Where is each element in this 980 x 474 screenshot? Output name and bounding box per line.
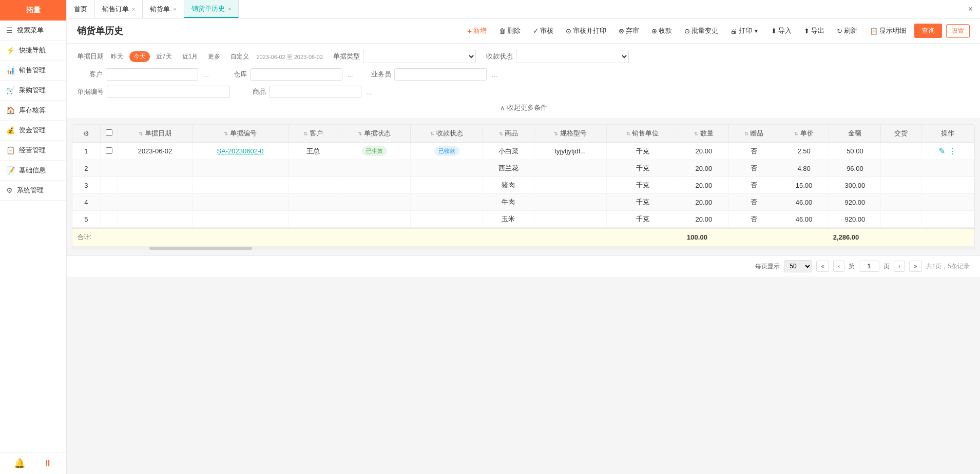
table-scrollbar[interactable] bbox=[72, 246, 974, 250]
th-collect-status-label: 收款状态 bbox=[436, 129, 463, 137]
import-icon: ⬇ bbox=[771, 27, 777, 35]
row-doc-no[interactable]: SA-20230602-0 bbox=[193, 143, 289, 160]
collect-button[interactable]: ⊕ 收款 bbox=[647, 24, 676, 37]
notification-icon[interactable]: 🔔 bbox=[14, 458, 25, 469]
th-gift[interactable]: ⇅ 赠品 bbox=[729, 125, 779, 143]
page-number-input[interactable] bbox=[859, 261, 879, 272]
select-all-checkbox[interactable] bbox=[106, 129, 112, 136]
tab-sales-order[interactable]: 销售订单 × bbox=[95, 0, 143, 18]
next-page-button[interactable]: › bbox=[894, 261, 905, 272]
th-doc-status[interactable]: ⇅ 单据状态 bbox=[338, 125, 411, 143]
row-transaction bbox=[881, 194, 921, 211]
th-gear[interactable]: ⚙ bbox=[72, 125, 100, 143]
date-pill-yesterday[interactable]: 昨天 bbox=[107, 51, 127, 62]
th-quantity[interactable]: ⇅ 数量 bbox=[679, 125, 729, 143]
date-pill-last1m[interactable]: 近1月 bbox=[178, 51, 202, 62]
row-unit: 千克 bbox=[606, 177, 679, 194]
prev-page-button[interactable]: ‹ bbox=[833, 261, 844, 272]
sidebar-item-finance[interactable]: 💰 资金管理 bbox=[0, 121, 66, 141]
audit-icon: ✓ bbox=[533, 27, 539, 35]
sidebar-item-basic-info[interactable]: 📝 基础信息 bbox=[0, 161, 66, 181]
th-price[interactable]: ⇅ 单价 bbox=[779, 125, 829, 143]
audit-button[interactable]: ✓ 审核 bbox=[529, 24, 558, 37]
sidebar-item-system-mgmt[interactable]: ⚙ 系统管理 bbox=[0, 181, 66, 201]
print-button[interactable]: 🖨 打印 ▼ bbox=[726, 24, 763, 37]
salesperson-input[interactable] bbox=[394, 68, 487, 81]
goods-input[interactable] bbox=[269, 86, 361, 98]
sidebar-item-inventory[interactable]: 🏠 库存核算 bbox=[0, 101, 66, 121]
row-goods: 玉米 bbox=[483, 211, 534, 228]
export-button[interactable]: ⬆ 导出 bbox=[800, 24, 829, 37]
table-footer: 合计: 100.00 2,286.00 bbox=[72, 228, 974, 246]
table-row[interactable]: 2 西兰花 千克 20.00 否 4.80 96.00 bbox=[72, 160, 974, 177]
tab-sales-goods[interactable]: 销货单 × bbox=[143, 0, 184, 18]
date-pill-today[interactable]: 今天 bbox=[129, 51, 150, 62]
th-customer[interactable]: ⇅ 客户 bbox=[288, 125, 338, 143]
row-checkbox[interactable] bbox=[106, 147, 112, 154]
settings-button[interactable]: 设置 bbox=[946, 24, 970, 38]
edit-action-btn[interactable]: ✎ bbox=[937, 147, 947, 155]
table-row[interactable]: 1 2023-06-02 SA-20230602-0 王总 已生效 已收款 小白… bbox=[72, 143, 974, 160]
per-page-select[interactable]: 10 20 50 100 bbox=[784, 260, 812, 272]
filter-group-collect-status: 收款状态 bbox=[486, 50, 629, 63]
delete-button[interactable]: 🗑 删除 bbox=[495, 24, 525, 37]
date-pill-more[interactable]: 更多 bbox=[204, 51, 224, 62]
print-label: 打印 bbox=[739, 26, 752, 35]
goods-dotdot-btn[interactable]: ... bbox=[364, 88, 374, 96]
new-button[interactable]: + 新增 bbox=[463, 24, 491, 37]
row-amount: 920.00 bbox=[829, 211, 881, 228]
first-page-button[interactable]: « bbox=[816, 261, 829, 272]
row-doc-no[interactable] bbox=[193, 160, 289, 177]
doc-no-link[interactable]: SA-20230602-0 bbox=[217, 147, 263, 155]
row-quantity: 20.00 bbox=[679, 177, 729, 194]
refresh-button[interactable]: ↻ 刷新 bbox=[833, 24, 861, 37]
customer-dotdot-btn[interactable]: ... bbox=[201, 71, 211, 78]
th-unit[interactable]: ⇅ 销售单位 bbox=[606, 125, 679, 143]
sidebar-item-sales-mgmt[interactable]: 📊 销售管理 bbox=[0, 61, 66, 81]
sidebar-item-search-menu[interactable]: ☰ 搜索菜单 bbox=[0, 21, 66, 41]
doc-type-select[interactable] bbox=[363, 50, 476, 63]
row-date bbox=[118, 194, 193, 211]
sidebar-item-purchase-mgmt[interactable]: 🛒 采购管理 bbox=[0, 81, 66, 101]
tab-sales-goods-close[interactable]: × bbox=[173, 6, 176, 12]
th-collect-status[interactable]: ⇅ 收款状态 bbox=[411, 125, 483, 143]
row-doc-no[interactable] bbox=[193, 211, 289, 228]
tab-sales-history[interactable]: 销货单历史 × bbox=[184, 0, 239, 18]
tab-bar-close-all[interactable]: × bbox=[961, 5, 980, 14]
audit-print-button[interactable]: ⊙ 审核并打印 bbox=[562, 24, 610, 37]
table-scrollbar-thumb[interactable] bbox=[149, 247, 252, 250]
abandon-button[interactable]: ⊗ 弃审 bbox=[614, 24, 643, 37]
doc-no-input[interactable] bbox=[107, 86, 230, 98]
th-date[interactable]: ⇅ 单据日期 bbox=[118, 125, 193, 143]
warehouse-dotdot-btn[interactable]: ... bbox=[345, 71, 355, 78]
collapse-btn[interactable]: ∧ 收起更多条件 bbox=[77, 103, 970, 112]
row-collect-status bbox=[411, 194, 483, 211]
tab-home[interactable]: 首页 bbox=[67, 0, 95, 18]
th-doc-no[interactable]: ⇅ 单据编号 bbox=[193, 125, 289, 143]
tab-sales-history-close[interactable]: × bbox=[228, 6, 231, 12]
sidebar-item-operations[interactable]: 📋 经营管理 bbox=[0, 141, 66, 161]
warehouse-input[interactable] bbox=[250, 68, 342, 81]
tab-sales-order-close[interactable]: × bbox=[132, 6, 135, 12]
customer-input[interactable] bbox=[106, 68, 198, 81]
salesperson-dotdot-btn[interactable]: ... bbox=[490, 71, 499, 78]
collect-status-select[interactable] bbox=[516, 50, 629, 63]
row-doc-no[interactable] bbox=[193, 177, 289, 194]
show-detail-button[interactable]: 📋 显示明细 bbox=[866, 24, 910, 37]
sidebar-item-quick-nav[interactable]: ⚡ 快捷导航 bbox=[0, 41, 66, 61]
filter-group-date: 单据日期 昨天 今天 近7天 近1月 更多 自定义 2023-06-02 至 2… bbox=[77, 51, 323, 62]
batch-change-button[interactable]: ⊙ 批量变更 bbox=[680, 24, 722, 37]
th-spec[interactable]: ⇅ 规格型号 bbox=[534, 125, 606, 143]
last-page-button[interactable]: » bbox=[909, 261, 922, 272]
table-row[interactable]: 4 牛肉 千克 20.00 否 46.00 920.00 bbox=[72, 194, 974, 211]
th-goods[interactable]: ⇅ 商品 bbox=[483, 125, 534, 143]
row-doc-no[interactable] bbox=[193, 194, 289, 211]
table-row[interactable]: 5 玉米 千克 20.00 否 46.00 920.00 bbox=[72, 211, 974, 228]
more-action-btn[interactable]: ⋮ bbox=[947, 147, 958, 155]
date-pill-custom[interactable]: 自定义 bbox=[226, 51, 253, 62]
query-button[interactable]: 查询 bbox=[914, 24, 942, 38]
date-pill-last7[interactable]: 近7天 bbox=[152, 51, 176, 62]
pause-icon[interactable]: ⏸ bbox=[43, 458, 52, 469]
import-button[interactable]: ⬇ 导入 bbox=[767, 24, 796, 37]
table-row[interactable]: 3 猪肉 千克 20.00 否 15.00 300.00 bbox=[72, 177, 974, 194]
